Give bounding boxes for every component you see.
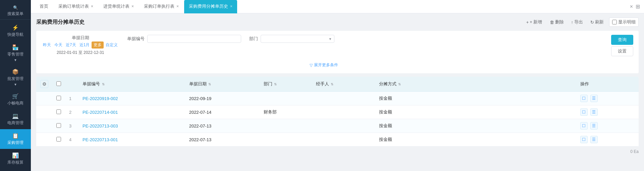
row-actions-cell: ☐ ☰ — [576, 119, 639, 133]
table-gear-btn[interactable]: ⚙ — [40, 80, 48, 88]
sidebar-item-inventory[interactable]: 📊 库存核算 — [0, 149, 31, 169]
tab-bar-actions: × ⊞ — [630, 3, 640, 10]
row-docno-link[interactable]: PE-20220713-001 — [83, 137, 118, 142]
shortcut-more[interactable]: 更多 — [92, 41, 104, 49]
row-actions-cell: ☐ ☰ — [576, 92, 639, 105]
dept-input[interactable] — [261, 35, 334, 43]
sidebar-item-purchase[interactable]: 📋 采购管理 — [0, 129, 31, 149]
search-icon: 🔍 — [13, 5, 18, 10]
row-view-icon[interactable]: ☐ — [580, 122, 588, 130]
split-sort-icon[interactable]: ⇅ — [398, 82, 401, 86]
add-button[interactable]: + + 新增 — [524, 18, 544, 26]
docno-input[interactable] — [147, 35, 241, 43]
row-split-method-cell: 按金额 — [375, 119, 576, 133]
row-checkbox[interactable] — [56, 96, 61, 100]
row-view-icon[interactable]: ☐ — [580, 108, 588, 116]
filter-dept-group: 部门 ▼ — [249, 35, 332, 43]
row-checkbox-cell — [52, 119, 65, 133]
shortcut-today[interactable]: 今天 — [53, 41, 64, 49]
row-detail-icon[interactable]: ☰ — [590, 136, 598, 143]
date-sort-icon[interactable]: ⇅ — [208, 82, 211, 86]
sidebar-item-retail[interactable]: 🏪 零售管理 ▼ — [0, 41, 31, 65]
export-icon: ↑ — [571, 20, 574, 25]
filter-date-group: 单据日期 昨天 今天 近7天 近1月 更多 自定义 2022-01-01 至 2… — [42, 35, 119, 56]
sidebar-purchase-label: 采购管理 — [7, 140, 23, 146]
shortcut-custom[interactable]: 自定义 — [104, 41, 119, 49]
row-dept-cell — [260, 92, 312, 105]
row-checkbox[interactable] — [56, 123, 61, 128]
tab-purchase-fee-history-close[interactable]: × — [230, 4, 232, 9]
row-actions-cell: ☐ ☰ — [576, 105, 639, 119]
docno-label: 单据编号 — [127, 36, 145, 42]
row-detail-icon[interactable]: ☰ — [590, 95, 598, 102]
wholesale-icon: 📦 — [12, 69, 19, 75]
page-header: 采购费用分摊单历史 + + 新增 🗑 删除 ↑ 导出 ↻ 刷新 — [36, 17, 639, 27]
handler-sort-icon[interactable]: ⇅ — [331, 82, 333, 86]
row-dept-cell — [260, 119, 312, 133]
row-action-icons: ☐ ☰ — [580, 95, 635, 102]
tab-home[interactable]: 首页 — [35, 0, 53, 13]
show-cols-checkbox[interactable] — [612, 20, 617, 24]
tab-purchase-order-stats-label: 采购订单统计表 — [58, 3, 89, 9]
sidebar-item-quick-nav[interactable]: ⚡ 快捷导航 — [0, 21, 31, 41]
tab-purchase-order-exec[interactable]: 采购订单执行表 × — [139, 0, 183, 13]
row-checkbox[interactable] — [56, 109, 61, 114]
row-action-icons: ☐ ☰ — [580, 108, 635, 116]
row-view-icon[interactable]: ☐ — [580, 95, 588, 102]
row-docno-link[interactable]: PE-20220714-001 — [83, 110, 118, 115]
dept-sort-icon[interactable]: ⇅ — [274, 82, 277, 86]
row-handler-cell — [312, 105, 375, 119]
page-body: 采购费用分摊单历史 + + 新增 🗑 删除 ↑ 导出 ↻ 刷新 — [31, 13, 644, 171]
col-rownum — [65, 77, 78, 92]
docno-sort-icon[interactable]: ⇅ — [102, 82, 105, 86]
row-checkbox-cell — [52, 133, 65, 147]
row-checkbox[interactable] — [56, 137, 61, 142]
row-handler-cell — [312, 92, 375, 105]
sidebar-item-ecom-small[interactable]: 🛒 小畅电商 — [0, 90, 31, 109]
col-settings: ⚙ — [36, 77, 52, 92]
sidebar-item-wholesale[interactable]: 📦 批发管理 ▼ — [0, 65, 31, 90]
row-detail-icon[interactable]: ☰ — [590, 122, 598, 130]
row-detail-icon[interactable]: ☰ — [590, 108, 598, 116]
shortcut-1month[interactable]: 近1月 — [78, 41, 91, 49]
shortcut-yesterday[interactable]: 昨天 — [42, 41, 52, 49]
row-docno-cell: PE-20220919-002 — [78, 92, 185, 105]
sidebar-retail-label: 零售管理 — [7, 52, 23, 57]
row-num-cell: 2 — [65, 105, 78, 119]
row-view-icon[interactable]: ☐ — [580, 136, 588, 143]
main-content: 首页 采购订单统计表 × 进货单统计表 × 采购订单执行表 × 采购费用分摊单历… — [31, 0, 644, 171]
row-docno-link[interactable]: PE-20220919-002 — [83, 96, 118, 101]
retail-icon: 🏪 — [12, 44, 19, 51]
tab-purchase-order-stats-close[interactable]: × — [91, 4, 93, 9]
row-settings-cell — [36, 92, 52, 105]
tab-inbound-stats-close[interactable]: × — [131, 4, 134, 9]
row-docno-cell: PE-20220713-001 — [78, 133, 185, 147]
tab-expand-icon[interactable]: ⊞ — [636, 3, 640, 10]
tab-inbound-stats[interactable]: 进货单统计表 × — [99, 0, 139, 13]
sidebar-item-finance[interactable]: 💰 资金管理 — [0, 169, 31, 171]
row-docno-link[interactable]: PE-20220713-003 — [83, 123, 118, 129]
col-checkbox — [52, 77, 65, 92]
shortcut-7days[interactable]: 近7天 — [64, 41, 77, 49]
select-all-checkbox[interactable] — [56, 81, 61, 86]
sidebar-item-ecom[interactable]: 💻 电商管理 — [0, 109, 31, 129]
delete-button[interactable]: 🗑 删除 — [548, 18, 566, 26]
export-button[interactable]: ↑ 导出 — [569, 18, 585, 26]
page-title: 采购费用分摊单历史 — [36, 19, 85, 26]
table-header-row: ⚙ 单据编号 ⇅ 单据日期 ⇅ — [36, 77, 639, 92]
col-dept: 部门 ⇅ — [260, 77, 312, 92]
show-cols-button[interactable]: 显示明细 — [609, 17, 639, 27]
tab-purchase-fee-history[interactable]: 采购费用分摊单历史 × — [184, 0, 237, 13]
col-docno: 单据编号 ⇅ — [78, 77, 185, 92]
expand-more-btn[interactable]: ▽ 展开更多条件 — [42, 61, 606, 69]
purchase-icon: 📋 — [12, 133, 19, 139]
tab-purchase-order-exec-close[interactable]: × — [176, 4, 179, 9]
filter-settings-button[interactable]: 设置 — [611, 46, 633, 56]
query-button[interactable]: 查询 — [611, 35, 633, 45]
add-icon: + — [526, 20, 529, 25]
sidebar-item-search[interactable]: 🔍 搜索菜单 — [0, 3, 31, 20]
tab-purchase-order-stats[interactable]: 采购订单统计表 × — [54, 0, 98, 13]
tab-close-all-icon[interactable]: × — [630, 4, 633, 10]
retail-chevron-icon: ▼ — [14, 58, 17, 62]
refresh-button[interactable]: ↻ 刷新 — [588, 18, 606, 26]
